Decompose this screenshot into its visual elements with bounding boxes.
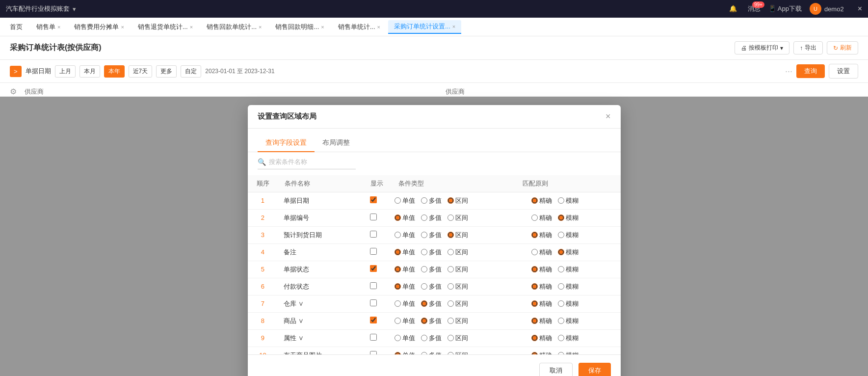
display-checkbox[interactable] [370, 334, 377, 341]
radio-input-type-range[interactable] [447, 335, 454, 341]
radio-input-type-range[interactable] [447, 266, 454, 272]
radio-type-single[interactable]: 单值 [395, 299, 415, 308]
radio-type-range[interactable]: 区间 [447, 231, 468, 240]
radio-type-multi[interactable]: 多值 [421, 231, 442, 240]
radio-type-multi[interactable]: 多值 [421, 334, 442, 343]
radio-type-range[interactable]: 区间 [447, 282, 468, 291]
display-checkbox[interactable] [370, 299, 377, 306]
radio-input-type-range[interactable] [447, 197, 454, 204]
radio-input-match-fuzzy[interactable] [558, 232, 564, 238]
radio-input-type-range[interactable] [447, 249, 454, 255]
radio-type-multi[interactable]: 多值 [421, 214, 442, 222]
notification-area[interactable]: 🔔 99+ 消息 [729, 4, 761, 13]
row-display-cell[interactable] [358, 209, 388, 226]
radio-input-type-multi[interactable] [421, 215, 427, 221]
query-button[interactable]: 查询 [796, 64, 825, 78]
radio-match-exact[interactable]: 精确 [531, 214, 552, 222]
radio-match-fuzzy[interactable]: 模糊 [558, 214, 579, 222]
radio-type-single[interactable]: 单值 [395, 231, 415, 240]
radio-type-range[interactable]: 区间 [447, 317, 468, 325]
radio-input-type-multi[interactable] [421, 283, 427, 290]
date-btn-this-year[interactable]: 本年 [104, 65, 125, 78]
radio-input-type-multi[interactable] [421, 232, 427, 238]
radio-input-match-fuzzy[interactable] [558, 318, 564, 324]
radio-input-type-multi[interactable] [421, 335, 427, 341]
radio-input-type-single[interactable] [395, 266, 401, 272]
radio-input-type-multi[interactable] [421, 352, 427, 354]
radio-input-match-fuzzy[interactable] [558, 266, 564, 272]
tab-sales-order[interactable]: 销售单 × [30, 21, 66, 33]
date-btn-this-month[interactable]: 本月 [79, 65, 100, 78]
radio-input-type-single[interactable] [395, 197, 401, 204]
radio-type-multi[interactable]: 多值 [421, 317, 442, 325]
radio-input-match-exact[interactable] [531, 266, 538, 272]
radio-type-single[interactable]: 单值 [395, 248, 415, 257]
radio-input-match-exact[interactable] [531, 283, 538, 290]
radio-input-match-fuzzy[interactable] [558, 300, 564, 307]
radio-type-multi[interactable]: 多值 [421, 282, 442, 291]
radio-match-exact[interactable]: 精确 [531, 351, 552, 354]
refresh-button[interactable]: ↻ 刷新 [827, 41, 858, 54]
radio-input-match-fuzzy[interactable] [558, 283, 564, 290]
radio-input-type-multi[interactable] [421, 197, 427, 204]
display-checkbox[interactable] [370, 265, 377, 272]
radio-input-match-exact[interactable] [531, 318, 538, 324]
radio-match-fuzzy[interactable]: 模糊 [558, 351, 579, 354]
radio-input-match-exact[interactable] [531, 215, 538, 221]
radio-match-exact[interactable]: 精确 [531, 196, 552, 205]
radio-input-type-range[interactable] [447, 352, 454, 354]
radio-input-match-fuzzy[interactable] [558, 335, 564, 341]
dialog-close-button[interactable]: × [605, 112, 611, 121]
radio-input-type-single[interactable] [395, 352, 401, 354]
radio-input-match-exact[interactable] [531, 300, 538, 307]
radio-type-single[interactable]: 单值 [395, 282, 415, 291]
tab-purchase-stat[interactable]: 采购订单统计设置... × [388, 20, 461, 34]
display-checkbox[interactable] [370, 214, 377, 220]
radio-input-type-single[interactable] [395, 215, 401, 221]
radio-match-exact[interactable]: 精确 [531, 265, 552, 274]
date-btn-last-month[interactable]: 上月 [55, 65, 76, 78]
cancel-button[interactable]: 取消 [539, 363, 573, 376]
tab-close-sales-payment[interactable]: × [259, 24, 262, 30]
tab-close-purchase-stat[interactable]: × [452, 24, 455, 29]
radio-match-exact[interactable]: 精确 [531, 282, 552, 291]
radio-input-match-exact[interactable] [531, 352, 538, 354]
table-scroll-area[interactable]: 1单据日期单值多值区间精确模糊2单据编号单值多值区间精确模糊3预计到货日期单值多… [248, 192, 621, 354]
tab-sales-payment[interactable]: 销售回款单统计... × [201, 21, 267, 33]
radio-type-range[interactable]: 区间 [447, 214, 468, 222]
radio-input-type-range[interactable] [447, 318, 454, 324]
save-button[interactable]: 保存 [579, 363, 611, 376]
radio-match-fuzzy[interactable]: 模糊 [558, 282, 579, 291]
radio-type-range[interactable]: 区间 [447, 248, 468, 257]
tab-close-sales-expense[interactable]: × [121, 24, 124, 30]
radio-match-exact[interactable]: 精确 [531, 248, 552, 257]
radio-input-type-range[interactable] [447, 215, 454, 221]
radio-type-range[interactable]: 区间 [447, 196, 468, 205]
radio-input-match-exact[interactable] [531, 249, 538, 255]
radio-input-match-exact[interactable] [531, 232, 538, 238]
radio-type-range[interactable]: 区间 [447, 334, 468, 343]
date-btn-more[interactable]: 更多 [156, 65, 177, 78]
radio-input-type-single[interactable] [395, 232, 401, 238]
radio-type-multi[interactable]: 多值 [421, 196, 442, 205]
radio-input-type-single[interactable] [395, 283, 401, 290]
app-download-area[interactable]: 📱 App下载 [768, 4, 802, 13]
radio-match-fuzzy[interactable]: 模糊 [558, 265, 579, 274]
tab-sales-detail[interactable]: 销售回款明细... × [269, 21, 330, 33]
row-display-cell[interactable] [358, 261, 388, 278]
row-display-cell[interactable] [358, 329, 388, 347]
topnav-close-button[interactable]: × [858, 4, 862, 13]
row-display-cell[interactable] [358, 295, 388, 312]
radio-input-type-multi[interactable] [421, 318, 427, 324]
radio-input-type-multi[interactable] [421, 266, 427, 272]
table-settings-icon[interactable]: ⚙ [10, 87, 17, 96]
radio-input-type-single[interactable] [395, 318, 401, 324]
radio-match-fuzzy[interactable]: 模糊 [558, 317, 579, 325]
tab-close-sales-stat[interactable]: × [377, 24, 380, 30]
filter-dots-btn[interactable]: ··· [785, 66, 792, 77]
dialog-tab-layout[interactable]: 布局调整 [315, 134, 358, 152]
radio-input-type-range[interactable] [447, 283, 454, 290]
radio-input-match-exact[interactable] [531, 335, 538, 341]
radio-input-type-single[interactable] [395, 249, 401, 255]
radio-input-type-multi[interactable] [421, 249, 427, 255]
